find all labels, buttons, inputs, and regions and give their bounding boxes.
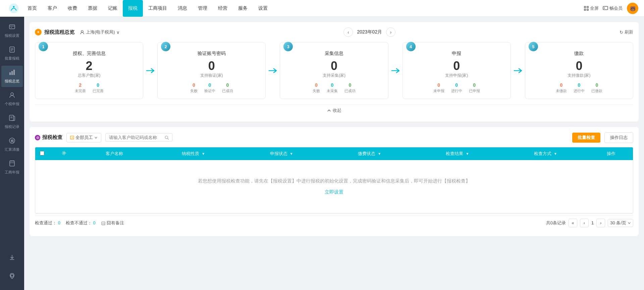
- step-2-stat-0-label: 失败: [190, 88, 198, 93]
- sidebar-item-personal-tax[interactable]: 个税申报: [1, 88, 23, 110]
- nav-business[interactable]: 工商项目: [143, 0, 172, 17]
- sidebar-item-batch-tax[interactable]: 批量报税: [1, 43, 23, 64]
- employee-icon: 人: [70, 136, 74, 140]
- sidebar-item-tax-settings[interactable]: 报税设置: [1, 20, 23, 42]
- member-button[interactable]: 畅会员: [603, 5, 623, 11]
- filter-icon-4[interactable]: ▼: [466, 152, 469, 156]
- date-navigation: ‹ 2023年02月 ›: [343, 27, 395, 37]
- collapse-label: 收起: [333, 107, 341, 114]
- fullscreen-button[interactable]: 全屏: [584, 5, 599, 11]
- search-icon[interactable]: [165, 135, 169, 140]
- chevron-up-icon: [327, 108, 331, 113]
- select-all-checkbox[interactable]: [40, 151, 44, 155]
- pass-count-link[interactable]: 0: [58, 220, 60, 225]
- sidebar-item-annual-report[interactable]: 工商年报: [1, 157, 23, 178]
- sidebar-item-download[interactable]: [8, 251, 16, 266]
- svg-line-36: [167, 138, 168, 139]
- step-1-stat-1-label: 已完善: [93, 88, 104, 93]
- nav-fee[interactable]: 收费: [62, 0, 83, 17]
- step-3-stat-0-value: 0: [315, 82, 318, 88]
- nav-operation[interactable]: 经营: [213, 0, 233, 17]
- download-icon: [9, 255, 15, 262]
- fail-count-link[interactable]: 0: [93, 220, 95, 225]
- th-declare-status: 申报状态 ▼: [237, 147, 325, 160]
- filter-icon-2[interactable]: ▼: [289, 152, 293, 156]
- svg-text:税: 税: [10, 139, 14, 143]
- step-2-stat-1-value: 0: [208, 82, 211, 88]
- nav-tax[interactable]: 报税: [123, 0, 143, 17]
- table-footer: 检查通过： 0 检查不通过： 0 囧 囧有备注 共0条记录 « ‹ 1 ›: [35, 215, 633, 231]
- th-check-method: 检查方式 ▼: [501, 147, 589, 160]
- settings-icon[interactable]: [62, 151, 66, 155]
- overview-title-icon: +: [35, 29, 42, 35]
- per-page-value: 30 条/页: [610, 220, 626, 226]
- svg-rect-19: [13, 70, 15, 75]
- step-4-stat-0-label: 未申报: [433, 88, 444, 93]
- step-4-stat-0-value: 0: [437, 82, 440, 88]
- check-title: ◎ 报税检查: [35, 134, 62, 141]
- table-body: 若您想使用报税检查功能，请先在【报税设置】中进行报税的初始化设置，完成密码验证和…: [35, 160, 633, 213]
- sidebar-item-tax-record[interactable]: 报税记录: [1, 111, 23, 133]
- per-page-selector[interactable]: 30 条/页: [608, 219, 633, 227]
- operation-log-button[interactable]: 操作日志: [604, 132, 633, 143]
- filter-icon-1[interactable]: ▼: [202, 152, 205, 156]
- next-month-button[interactable]: ›: [386, 27, 395, 37]
- overview-title: 报税流程总览: [44, 29, 74, 35]
- step-5-stat-0: 0 未缴款: [556, 82, 567, 93]
- check-title-icon: ◎: [35, 135, 40, 140]
- nav-home[interactable]: 首页: [22, 0, 42, 17]
- app-logo[interactable]: [5, 3, 22, 14]
- filter-icon-5[interactable]: ▼: [554, 152, 557, 156]
- step-5-stats: 0 未缴款 0 进行中 0 已缴款: [531, 82, 628, 93]
- step-2-stat-2-value: 0: [226, 82, 229, 88]
- search-input[interactable]: [109, 135, 162, 140]
- nav-customer[interactable]: 客户: [42, 0, 62, 17]
- th-settings-col: [49, 147, 79, 160]
- fullscreen-label: 全屏: [590, 5, 599, 11]
- tax-settings-icon: [9, 23, 15, 32]
- step-2-sublabel: 支持验证(家): [163, 73, 260, 78]
- first-page-button[interactable]: «: [569, 219, 577, 227]
- step-3-stat-1: 0 未采集: [327, 82, 338, 93]
- nav-settings[interactable]: 设置: [253, 0, 273, 17]
- svg-point-32: [81, 30, 83, 32]
- step-1-stats: 2 未完善 0 已完善: [41, 82, 138, 93]
- nav-management[interactable]: 管理: [193, 0, 213, 17]
- tax-record-icon: [9, 115, 15, 123]
- step-3-stat-2: 0 已成功: [344, 82, 356, 93]
- sidebar-item-location[interactable]: [8, 270, 16, 284]
- location-selector[interactable]: 上海(电子税局) ∨: [80, 29, 120, 35]
- th-customer-name: 客户名称: [79, 147, 150, 160]
- nav-message[interactable]: 消息: [172, 0, 193, 17]
- step-5-title: 缴款: [531, 51, 628, 57]
- next-page-button[interactable]: ›: [596, 219, 605, 227]
- check-header: ◎ 报税检查 人 全部员工 批量检查 操作日志: [35, 132, 633, 143]
- employee-filter[interactable]: 人 全部员工: [66, 133, 101, 142]
- step-4-number: 4: [406, 42, 416, 51]
- prev-month-button[interactable]: ‹: [343, 27, 353, 37]
- step-1-stat-1-value: 0: [97, 82, 99, 88]
- filter-icon-3[interactable]: ▼: [378, 152, 381, 156]
- svg-point-1: [13, 6, 15, 7]
- batch-tax-icon: [9, 46, 15, 55]
- collapse-button[interactable]: 收起: [35, 105, 633, 116]
- setup-link[interactable]: 立即设置: [325, 189, 343, 195]
- step-5-number: 5: [529, 42, 538, 51]
- prev-page-button[interactable]: ‹: [580, 219, 589, 227]
- step-4-stat-1-value: 0: [455, 82, 458, 88]
- sidebar-item-settlement[interactable]: 税 汇算清缴: [1, 134, 23, 155]
- refresh-button[interactable]: ↻ 刷新: [620, 29, 633, 35]
- note-icon: 囧: [101, 221, 106, 226]
- batch-check-button[interactable]: 批量检查: [572, 133, 600, 143]
- svg-rect-6: [603, 6, 608, 10]
- th-operation: 操作: [590, 147, 633, 160]
- nav-invoice[interactable]: 票据: [83, 0, 103, 17]
- step-3-stat-0: 0 失败: [313, 82, 320, 93]
- sidebar-label-tax-settings: 报税设置: [5, 33, 19, 38]
- sidebar-item-tax-overview[interactable]: 报税总览: [1, 66, 23, 87]
- user-avatar[interactable]: 🐻: [627, 2, 639, 14]
- step-2-stat-0-value: 0: [193, 82, 195, 88]
- nav-service[interactable]: 服务: [233, 0, 253, 17]
- nav-accounting[interactable]: 记账: [103, 0, 123, 17]
- step-1-number: 1: [39, 42, 48, 51]
